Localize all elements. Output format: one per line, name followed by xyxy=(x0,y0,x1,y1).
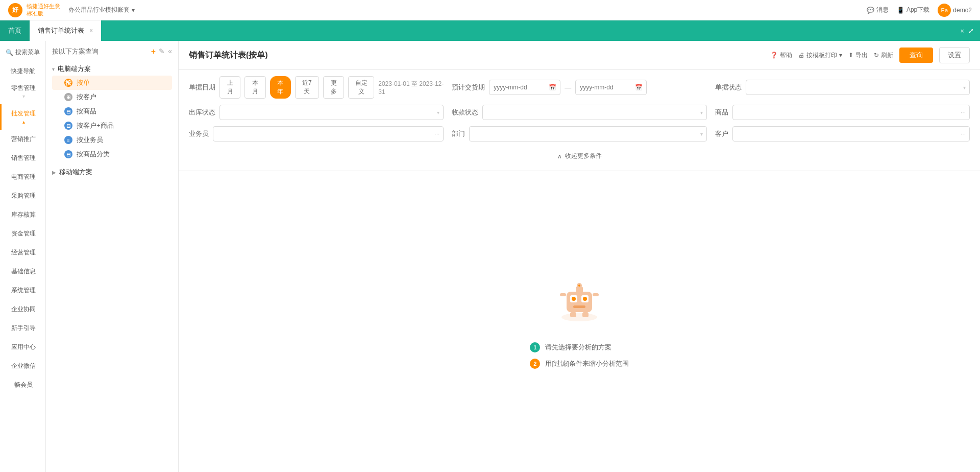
search-menu-button[interactable]: 🔍 搜索菜单 xyxy=(4,45,41,60)
sidebar-item-label: 系统管理 xyxy=(11,286,36,295)
scheme-category-mobile-title[interactable]: ▶ 移动端方案 xyxy=(52,166,172,179)
date-buttons: 上月 本月 本年 近7天 更多 自定义 xyxy=(219,76,374,99)
scheme-category-desktop-title[interactable]: ▾ 电脑端方案 xyxy=(52,62,172,76)
more-btn[interactable]: 更多 xyxy=(323,76,344,99)
user-menu[interactable]: Ea demo2 xyxy=(938,4,972,17)
scheme-item-by-customer[interactable]: ⊞ 按客户 xyxy=(52,90,172,104)
logo-text-block: 畅捷通好生意 标准版 xyxy=(27,3,60,16)
sidebar-item-enterprise[interactable]: 企业协同 xyxy=(0,300,45,319)
sidebar-item-wholesale[interactable]: 批发管理 ▴ xyxy=(0,104,45,130)
sidebar-item-operations[interactable]: 经营管理 xyxy=(0,243,45,262)
export-icon: ⬆ xyxy=(848,52,853,59)
this-year-btn[interactable]: 本年 xyxy=(270,76,291,99)
scheme-icon-customer: ⊞ xyxy=(64,93,72,101)
sidebar-item-wechat[interactable]: 企业微信 xyxy=(0,357,45,375)
payment-status-input[interactable] xyxy=(482,105,706,120)
chevron-up-icon: ▴ xyxy=(22,119,25,125)
sidebar-item-basic[interactable]: 基础信息 xyxy=(0,262,45,281)
svg-rect-1 xyxy=(567,292,592,312)
goods-input[interactable] xyxy=(732,105,970,120)
sidebar-item-sales[interactable]: 销售管理 xyxy=(0,149,45,168)
salesperson-field: 业务员 ··· xyxy=(189,126,444,141)
tab-bar-controls: × ⤢ xyxy=(960,20,980,41)
department-field: 部门 ▾ xyxy=(452,126,706,141)
setting-button[interactable]: 设置 xyxy=(939,47,970,63)
sidebar-item-finance[interactable]: 资金管理 xyxy=(0,224,45,243)
sidebar-item-appstore[interactable]: 应用中心 xyxy=(0,338,45,357)
message-button[interactable]: 💬 消息 xyxy=(867,6,889,14)
workspace-selector[interactable]: 办公用品行业模拟账套 ▾ xyxy=(64,6,139,14)
scheme-icon-salesperson: ≡ xyxy=(64,136,72,144)
this-month-btn[interactable]: 本月 xyxy=(244,76,265,99)
scheme-collapse-button[interactable]: « xyxy=(168,47,172,56)
step-2-number: 2 xyxy=(530,359,540,369)
quick-nav-label: 快捷导航 xyxy=(11,67,35,75)
scheme-add-button[interactable]: + xyxy=(151,47,156,56)
filter-row-2: 出库状态 ▾ 收款状态 ▾ 商品 xyxy=(189,105,970,120)
scheme-item-by-goods[interactable]: ⊟ 按商品 xyxy=(52,104,172,119)
customer-input[interactable] xyxy=(732,126,970,141)
filter-area: 单据日期 上月 本月 本年 近7天 更多 自定义 2023-01-01 至 20… xyxy=(179,70,980,171)
sidebar-item-member[interactable]: 畅会员 xyxy=(0,375,45,394)
svg-point-4 xyxy=(572,297,576,301)
goods-field: 商品 ··· xyxy=(715,105,970,120)
step-2-text: 用[过滤]条件来缩小分析范围 xyxy=(545,359,628,368)
scheme-item-by-order[interactable]: 按 按单 xyxy=(52,76,172,90)
sidebar-item-label: 营销推广 xyxy=(11,135,36,144)
workspace-chevron-icon: ▾ xyxy=(132,7,135,14)
scheme-edit-button[interactable]: ✎ xyxy=(159,47,165,56)
sidebar-item-retail[interactable]: 零售管理 ▾ xyxy=(0,79,45,104)
sidebar-item-label: 销售管理 xyxy=(11,154,36,162)
ship-status-input[interactable] xyxy=(219,105,444,120)
main-area: 销售订单统计表(按单) ❓ 帮助 🖨 按模板打印 ▾ ⬆ 导出 xyxy=(179,41,980,472)
tab-home-label: 首页 xyxy=(8,26,21,35)
salesperson-label: 业务员 xyxy=(189,129,209,138)
scheme-title: 按以下方案查询 xyxy=(52,47,99,56)
collapse-more-conditions-button[interactable]: ∧ 收起更多条件 xyxy=(189,148,970,164)
mobile-icon: 📱 xyxy=(897,7,904,14)
tab-close-icon[interactable]: × xyxy=(89,27,93,34)
chevron-down-icon: ▾ xyxy=(22,93,25,99)
help-button[interactable]: ❓ 帮助 xyxy=(770,51,792,60)
window-maximize-icon[interactable]: ⤢ xyxy=(968,27,974,35)
scheme-item-by-salesperson[interactable]: ≡ 按业务员 xyxy=(52,133,172,147)
window-close-icon[interactable]: × xyxy=(960,27,964,35)
sidebar-item-newuser[interactable]: 新手引导 xyxy=(0,319,45,338)
sidebar-item-system[interactable]: 系统管理 xyxy=(0,281,45,300)
scheme-item-label: 按业务员 xyxy=(77,135,103,145)
tab-home[interactable]: 首页 xyxy=(0,20,30,41)
department-input[interactable] xyxy=(469,126,706,141)
salesperson-input[interactable] xyxy=(213,126,444,141)
payment-status-label: 收款状态 xyxy=(452,108,478,117)
sidebar-item-inventory[interactable]: 库存核算 xyxy=(0,205,45,224)
mobile-category-label: 移动端方案 xyxy=(59,168,92,177)
custom-btn[interactable]: 自定义 xyxy=(348,76,374,99)
single-status-select[interactable] xyxy=(746,80,970,95)
category-label: 电脑端方案 xyxy=(58,64,91,74)
scheme-item-by-category[interactable]: ⊟ 按商品分类 xyxy=(52,147,172,161)
tab-active[interactable]: 销售订单统计表 × xyxy=(30,20,101,41)
chevron-down-icon: ▾ xyxy=(52,66,55,72)
print-button[interactable]: 🖨 按模板打印 ▾ xyxy=(798,51,842,60)
expected-date-start-input[interactable] xyxy=(489,80,560,95)
sidebar-item-ecommerce[interactable]: 电商管理 xyxy=(0,168,45,186)
app-download-button[interactable]: 📱 App下载 xyxy=(897,6,929,14)
query-button[interactable]: 查询 xyxy=(899,48,933,63)
svg-rect-13 xyxy=(582,312,589,317)
last-month-btn[interactable]: 上月 xyxy=(219,76,240,99)
scheme-item-by-customer-goods[interactable]: ⊟ 按客户+商品 xyxy=(52,119,172,133)
empty-step-2: 2 用[过滤]条件来缩小分析范围 xyxy=(530,359,628,369)
export-button[interactable]: ⬆ 导出 xyxy=(848,51,868,60)
last7days-btn[interactable]: 近7天 xyxy=(295,76,319,99)
expected-date-end-input[interactable] xyxy=(575,80,647,95)
svg-rect-6 xyxy=(573,305,585,308)
expected-date-label: 预计交货期 xyxy=(452,83,485,92)
sidebar-quick-nav[interactable]: 快捷导航 xyxy=(0,64,45,79)
refresh-button[interactable]: ↻ 刷新 xyxy=(874,51,893,60)
sidebar-item-purchase[interactable]: 采购管理 xyxy=(0,186,45,205)
sidebar-item-marketing[interactable]: 营销推广 xyxy=(0,130,45,149)
single-status-field: 单据状态 ▾ xyxy=(715,80,970,95)
date-label: 单据日期 xyxy=(189,83,215,92)
collapse-icon: ∧ xyxy=(557,153,562,160)
customer-field: 客户 ··· xyxy=(715,126,970,141)
